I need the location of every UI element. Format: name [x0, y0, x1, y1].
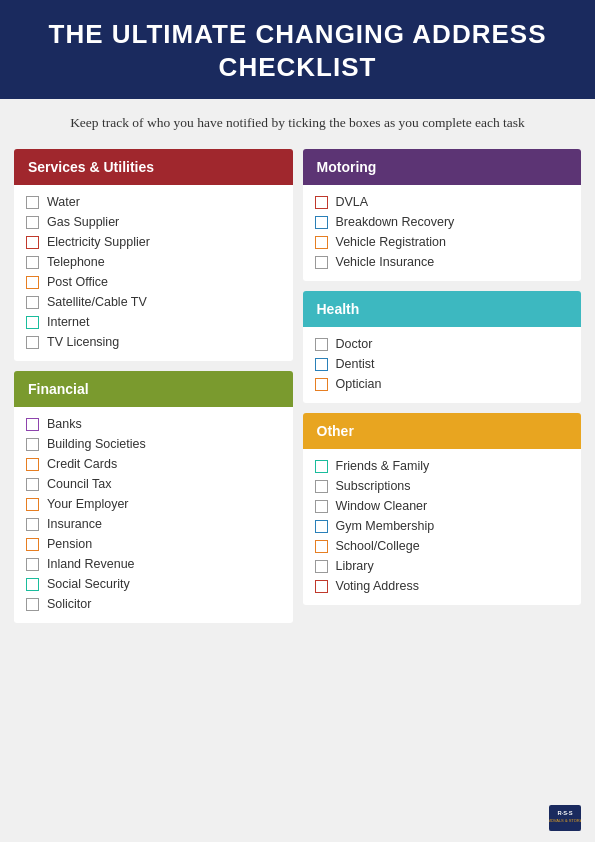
item-label: Banks: [47, 417, 82, 431]
logo: R·S·S REMOVALS & STORAGE: [549, 802, 581, 834]
list-item[interactable]: Building Societies: [26, 437, 281, 451]
checkbox[interactable]: [315, 338, 328, 351]
list-item[interactable]: Council Tax: [26, 477, 281, 491]
item-label: Council Tax: [47, 477, 111, 491]
item-label: Vehicle Insurance: [336, 255, 435, 269]
checkbox[interactable]: [26, 256, 39, 269]
list-item[interactable]: Gym Membership: [315, 519, 570, 533]
page: THE ULTIMATE CHANGING ADDRESS CHECKLIST …: [0, 0, 595, 842]
other-body: Friends & Family Subscriptions Window Cl…: [303, 449, 582, 605]
item-label: Library: [336, 559, 374, 573]
list-item[interactable]: Doctor: [315, 337, 570, 351]
item-label: Breakdown Recovery: [336, 215, 455, 229]
checkbox[interactable]: [315, 500, 328, 513]
item-label: Subscriptions: [336, 479, 411, 493]
item-label: Solicitor: [47, 597, 91, 611]
list-item[interactable]: Social Security: [26, 577, 281, 591]
services-header: Services & Utilities: [14, 149, 293, 185]
motoring-body: DVLA Breakdown Recovery Vehicle Registra…: [303, 185, 582, 281]
checkbox[interactable]: [26, 478, 39, 491]
list-item[interactable]: Window Cleaner: [315, 499, 570, 513]
health-body: Doctor Dentist Optician: [303, 327, 582, 403]
list-item[interactable]: DVLA: [315, 195, 570, 209]
item-label: Social Security: [47, 577, 130, 591]
item-label: Telephone: [47, 255, 105, 269]
list-item[interactable]: Vehicle Registration: [315, 235, 570, 249]
checkbox[interactable]: [26, 578, 39, 591]
checkbox[interactable]: [26, 458, 39, 471]
item-label: Window Cleaner: [336, 499, 428, 513]
list-item[interactable]: Your Employer: [26, 497, 281, 511]
list-item[interactable]: Credit Cards: [26, 457, 281, 471]
item-label: Post Office: [47, 275, 108, 289]
other-section: Other Friends & Family Subscriptions Win…: [303, 413, 582, 605]
item-label: Satellite/Cable TV: [47, 295, 147, 309]
checkbox[interactable]: [26, 498, 39, 511]
checkbox[interactable]: [315, 256, 328, 269]
list-item[interactable]: Post Office: [26, 275, 281, 289]
services-section: Services & Utilities Water Gas Supplier …: [14, 149, 293, 361]
list-item[interactable]: Breakdown Recovery: [315, 215, 570, 229]
item-label: Water: [47, 195, 80, 209]
list-item[interactable]: Friends & Family: [315, 459, 570, 473]
list-item[interactable]: Pension: [26, 537, 281, 551]
health-header: Health: [303, 291, 582, 327]
checkbox[interactable]: [26, 276, 39, 289]
item-label: Vehicle Registration: [336, 235, 446, 249]
list-item[interactable]: Telephone: [26, 255, 281, 269]
list-item[interactable]: Satellite/Cable TV: [26, 295, 281, 309]
list-item[interactable]: Solicitor: [26, 597, 281, 611]
list-item[interactable]: Dentist: [315, 357, 570, 371]
list-item[interactable]: Banks: [26, 417, 281, 431]
item-label: Insurance: [47, 517, 102, 531]
list-item[interactable]: Insurance: [26, 517, 281, 531]
checkbox[interactable]: [26, 236, 39, 249]
list-item[interactable]: School/College: [315, 539, 570, 553]
list-item[interactable]: TV Licensing: [26, 335, 281, 349]
item-label: DVLA: [336, 195, 369, 209]
checkbox[interactable]: [315, 540, 328, 553]
checkbox[interactable]: [315, 358, 328, 371]
checkbox[interactable]: [315, 378, 328, 391]
list-item[interactable]: Vehicle Insurance: [315, 255, 570, 269]
item-label: Building Societies: [47, 437, 146, 451]
financial-section: Financial Banks Building Societies Credi…: [14, 371, 293, 623]
item-label: Pension: [47, 537, 92, 551]
list-item[interactable]: Internet: [26, 315, 281, 329]
list-item[interactable]: Water: [26, 195, 281, 209]
checkbox[interactable]: [315, 580, 328, 593]
checkbox[interactable]: [315, 560, 328, 573]
checkbox[interactable]: [26, 518, 39, 531]
list-item[interactable]: Gas Supplier: [26, 215, 281, 229]
list-item[interactable]: Electricity Supplier: [26, 235, 281, 249]
checkbox[interactable]: [315, 196, 328, 209]
checkbox[interactable]: [26, 336, 39, 349]
item-label: Doctor: [336, 337, 373, 351]
checkbox[interactable]: [315, 520, 328, 533]
right-column: Motoring DVLA Breakdown Recovery Vehicle…: [303, 149, 582, 788]
checkbox[interactable]: [26, 598, 39, 611]
checkbox[interactable]: [315, 460, 328, 473]
checkbox[interactable]: [26, 216, 39, 229]
item-label: Friends & Family: [336, 459, 430, 473]
checkbox[interactable]: [315, 480, 328, 493]
item-label: Internet: [47, 315, 89, 329]
list-item[interactable]: Voting Address: [315, 579, 570, 593]
checkbox[interactable]: [26, 438, 39, 451]
checkbox[interactable]: [315, 216, 328, 229]
checkbox[interactable]: [315, 236, 328, 249]
checkbox[interactable]: [26, 538, 39, 551]
list-item[interactable]: Subscriptions: [315, 479, 570, 493]
checkbox[interactable]: [26, 196, 39, 209]
checkbox[interactable]: [26, 418, 39, 431]
list-item[interactable]: Inland Revenue: [26, 557, 281, 571]
checkbox[interactable]: [26, 316, 39, 329]
health-section: Health Doctor Dentist Optician: [303, 291, 582, 403]
svg-text:R·S·S: R·S·S: [557, 810, 572, 816]
subtitle: Keep track of who you have notified by t…: [0, 99, 595, 145]
list-item[interactable]: Library: [315, 559, 570, 573]
checkbox[interactable]: [26, 296, 39, 309]
checkbox[interactable]: [26, 558, 39, 571]
list-item[interactable]: Optician: [315, 377, 570, 391]
item-label: Voting Address: [336, 579, 419, 593]
